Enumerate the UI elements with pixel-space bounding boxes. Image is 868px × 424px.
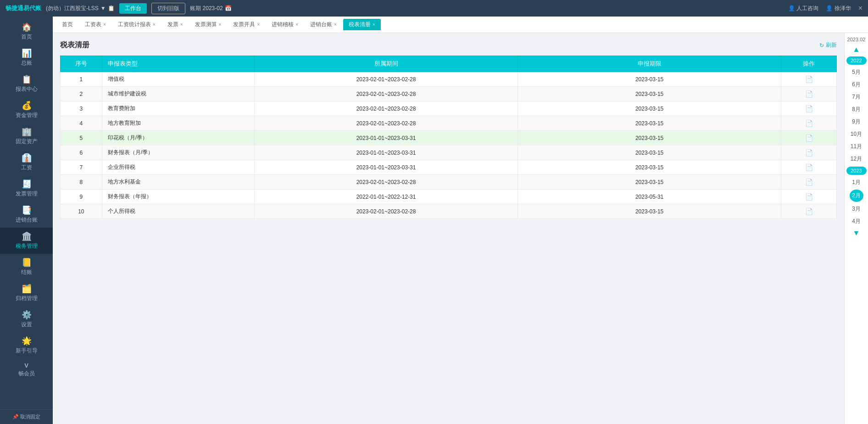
tab-invoice-open-close[interactable]: × [257, 22, 260, 27]
tab-salary-stats[interactable]: 工资统计报表 × [112, 19, 161, 30]
sidebar-label-funds: 资金管理 [16, 112, 38, 119]
pin-icon: 📌 [12, 414, 19, 419]
th-action: 操作 [781, 56, 837, 72]
cell-type: 财务报表（年报） [102, 190, 254, 204]
cell-period: 2023-02-01~2023-02-28 [254, 72, 517, 87]
tab-tax-register[interactable]: 税表清册 × [343, 19, 381, 30]
sidebar-item-assets[interactable]: 🏢 固定资产 [0, 123, 53, 149]
cell-action[interactable]: 📄 [781, 160, 837, 175]
sidebar-item-tax[interactable]: 🏛️ 税务管理 [0, 228, 53, 254]
salary-icon: 👔 [22, 153, 32, 163]
month-2022-11[interactable]: 11月 [846, 140, 867, 153]
tab-invoice[interactable]: 发票 × [162, 19, 189, 30]
tab-purchase-ledger-close[interactable]: × [334, 22, 337, 27]
workbench-button[interactable]: 工作台 [119, 3, 147, 14]
sidebar-label-salary: 工资 [21, 164, 32, 172]
calendar-icon[interactable]: 📅 [225, 5, 232, 11]
tab-purchase-ledger[interactable]: 进销台账 × [305, 19, 342, 30]
sidebar-item-ledger[interactable]: 📊 总账 [0, 45, 53, 71]
action-icon[interactable]: 📄 [805, 76, 813, 83]
month-2022-8[interactable]: 8月 [846, 103, 867, 116]
tab-home[interactable]: 首页 [56, 19, 78, 30]
refresh-button[interactable]: ↻ 刷新 [819, 41, 837, 49]
cell-action[interactable]: 📄 [781, 101, 837, 116]
cell-action[interactable]: 📄 [781, 116, 837, 131]
month-2023-3[interactable]: 3月 [846, 203, 867, 215]
cell-type: 地方水利基金 [102, 175, 254, 190]
side-panel: 2023.02 ▲ 2022 5月 6月 7月 8月 9月 10月 11月 12… [844, 33, 868, 424]
nav-down-button[interactable]: ▼ [851, 228, 862, 239]
tab-purchase-audit[interactable]: 进销稽核 × [266, 19, 304, 30]
sidebar-item-guide[interactable]: 🌟 新手引导 [0, 332, 53, 358]
sidebar-item-member[interactable]: V 畅会员 [0, 358, 53, 381]
sidebar-item-purchase-sales[interactable]: 📑 进销台账 [0, 201, 53, 228]
nav-up-button[interactable]: ▲ [851, 44, 862, 55]
cell-action[interactable]: 📄 [781, 175, 837, 190]
tab-salary-table[interactable]: 工资表 × [79, 19, 111, 30]
cell-action[interactable]: 📄 [781, 131, 837, 145]
month-2022-5[interactable]: 5月 [846, 66, 867, 78]
sidebar-item-invoice[interactable]: 🧾 发票管理 [0, 175, 53, 201]
cell-deadline: 2023-03-15 [518, 116, 781, 131]
action-icon[interactable]: 📄 [805, 164, 813, 171]
sidebar-item-archive[interactable]: 🗂️ 归档管理 [0, 280, 53, 306]
cell-period: 2023-02-01~2023-02-28 [254, 204, 517, 219]
month-2023-1[interactable]: 1月 [846, 176, 867, 189]
sidebar-item-settings[interactable]: ⚙️ 设置 [0, 306, 53, 332]
sidebar-item-salary[interactable]: 👔 工资 [0, 149, 53, 175]
month-2022-9[interactable]: 9月 [846, 116, 867, 128]
tab-invoice-close[interactable]: × [180, 22, 183, 27]
company-selector[interactable]: (勿动）江西股宝-LSS ▼ 📋 [46, 5, 115, 12]
cell-seq: 5 [61, 131, 102, 145]
copy-icon[interactable]: 📋 [108, 5, 115, 11]
tab-invoice-calc[interactable]: 发票测算 × [189, 19, 227, 30]
tab-invoice-open[interactable]: 发票开具 × [228, 19, 265, 30]
sidebar-item-reports[interactable]: 📋 报表中心 [0, 71, 53, 97]
action-icon[interactable]: 📄 [805, 105, 813, 112]
close-button[interactable]: × [858, 4, 862, 12]
cell-seq: 9 [61, 190, 102, 204]
main-layout: 🏠 首页 📊 总账 📋 报表中心 💰 资金管理 🏢 固定资产 👔 工资 🧾 发票… [0, 17, 868, 424]
month-2023-4[interactable]: 4月 [846, 215, 867, 228]
cell-action[interactable]: 📄 [781, 204, 837, 219]
cancel-pin-button[interactable]: 📌 取消固定 [0, 409, 53, 424]
tab-purchase-audit-close[interactable]: × [295, 22, 298, 27]
action-icon[interactable]: 📄 [805, 208, 813, 215]
cell-deadline: 2023-03-15 [518, 131, 781, 145]
cell-action[interactable]: 📄 [781, 145, 837, 160]
action-icon[interactable]: 📄 [805, 193, 813, 201]
tab-invoice-calc-close[interactable]: × [219, 22, 222, 27]
tab-salary-stats-close[interactable]: × [153, 22, 156, 27]
action-icon[interactable]: 📄 [805, 149, 813, 156]
tab-invoice-calc-label: 发票测算 [195, 21, 217, 28]
tax-table: 序号 申报表类型 所属期间 申报期限 操作 1 增值税 2023-02-01~2… [60, 56, 837, 219]
action-icon[interactable]: 📄 [805, 134, 813, 142]
period-value: 2023-02 [203, 5, 223, 11]
month-2022-12[interactable]: 12月 [846, 153, 867, 165]
sidebar-label-home: 首页 [21, 33, 32, 41]
sidebar-item-home[interactable]: 🏠 首页 [0, 18, 53, 45]
cell-seq: 10 [61, 204, 102, 219]
month-2022-6[interactable]: 6月 [846, 78, 867, 91]
action-icon[interactable]: 📄 [805, 90, 813, 98]
user-info[interactable]: 👤 徐泽华 [826, 5, 851, 12]
sidebar-item-close-accounts[interactable]: 📒 结账 [0, 254, 53, 280]
month-2022-7[interactable]: 7月 [846, 91, 867, 103]
cell-action[interactable]: 📄 [781, 87, 837, 101]
switch-old-button[interactable]: 切到旧版 [151, 3, 185, 14]
month-2023-2[interactable]: 2月 [850, 190, 863, 202]
cell-deadline: 2023-03-15 [518, 87, 781, 101]
support-link[interactable]: 👤 人工咨询 [788, 5, 818, 12]
top-bar: 畅捷通易代账 (勿动）江西股宝-LSS ▼ 📋 工作台 切到旧版 账期 2023… [0, 0, 868, 17]
sidebar-item-funds[interactable]: 💰 资金管理 [0, 97, 53, 123]
month-2022-10[interactable]: 10月 [846, 128, 867, 140]
cell-action[interactable]: 📄 [781, 72, 837, 87]
tab-tax-register-close[interactable]: × [373, 22, 375, 27]
period-display: 账期 2023-02 📅 [190, 5, 232, 12]
archive-icon: 🗂️ [22, 284, 32, 294]
tab-salary-close[interactable]: × [103, 22, 106, 27]
action-icon[interactable]: 📄 [805, 179, 813, 186]
side-panel-header: 2023.02 [847, 35, 866, 44]
action-icon[interactable]: 📄 [805, 120, 813, 127]
cell-action[interactable]: 📄 [781, 190, 837, 204]
